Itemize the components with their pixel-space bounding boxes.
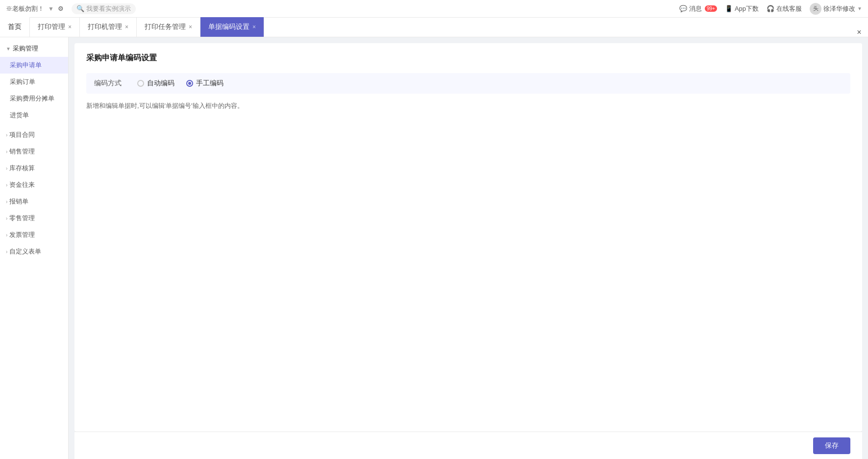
sidebar-item-project-contract[interactable]: › 项目合同 xyxy=(0,127,68,143)
auto-coding-radio-circle xyxy=(137,80,144,87)
sidebar-item-purchase-request[interactable]: 采购申请单 xyxy=(0,57,68,74)
message-badge: 99+ xyxy=(705,5,717,12)
tab-print-mgmt-label: 打印管理 xyxy=(38,23,65,31)
app-download-button[interactable]: 📱 App下数 xyxy=(725,4,759,13)
tab-print-mgmt-close[interactable]: × xyxy=(68,24,72,30)
sidebar-item-invoice-mgmt[interactable]: › 发票管理 xyxy=(0,227,68,243)
hint-text: 新增和编辑单据时,可以编辑'单据编号'输入框中的内容。 xyxy=(86,102,850,110)
chevron-right-icon: › xyxy=(6,216,7,221)
chevron-right-icon: › xyxy=(6,149,7,154)
app-download-icon: 📱 xyxy=(725,5,733,12)
auto-coding-radio[interactable]: 自动编码 xyxy=(137,79,174,88)
tab-single-barcode-settings[interactable]: 单据编码设置 × xyxy=(200,17,264,37)
save-button[interactable]: 保存 xyxy=(813,437,850,454)
tab-print-task-mgmt-label: 打印任务管理 xyxy=(145,23,186,31)
tab-single-barcode-settings-label: 单据编码设置 xyxy=(208,23,249,31)
tab-bar: 首页 打印管理 × 打印机管理 × 打印任务管理 × 单据编码设置 × × xyxy=(0,18,868,37)
online-service-label: 在线客服 xyxy=(776,4,802,13)
content-area: 采购申请单编码设置 编码方式 自动编码 手工编码 新增和编辑单据时,可以编辑'单… xyxy=(69,37,868,459)
chevron-right-icon: › xyxy=(6,166,7,171)
sidebar-item-purchase-order[interactable]: 采购订单 xyxy=(0,74,68,90)
manual-coding-label: 手工编码 xyxy=(196,79,223,88)
tab-home[interactable]: 首页 xyxy=(0,17,30,37)
sidebar-item-sales-return[interactable]: › 报销单 xyxy=(0,193,68,210)
sidebar-item-sales-mgmt[interactable]: › 销售管理 xyxy=(0,143,68,160)
sidebar-item-custom-forms[interactable]: › 自定义表单 xyxy=(0,243,68,260)
tab-printer-mgmt-label: 打印机管理 xyxy=(88,23,122,31)
sidebar-item-stock-in[interactable]: 进货单 xyxy=(0,107,68,124)
page-title: 采购申请单编码设置 xyxy=(86,53,850,63)
chevron-right-icon: › xyxy=(6,249,7,255)
chevron-right-icon: › xyxy=(6,232,7,238)
tab-print-task-mgmt-close[interactable]: × xyxy=(189,24,192,30)
manual-coding-radio-circle xyxy=(186,80,193,87)
chevron-down-icon: ▼ xyxy=(48,5,54,12)
chevron-right-icon: › xyxy=(6,199,7,204)
chevron-down-icon: ▼ xyxy=(6,46,11,51)
chevron-right-icon: › xyxy=(6,132,7,138)
chevron-down-icon: ▼ xyxy=(857,6,862,11)
user-profile-button[interactable]: 头 徐泽华修改 ▼ xyxy=(810,3,862,15)
sidebar-item-fund-transactions[interactable]: › 资金往来 xyxy=(0,177,68,193)
tab-printer-mgmt-close[interactable]: × xyxy=(125,24,128,30)
username-label: 徐泽华修改 xyxy=(823,4,855,13)
tab-printer-mgmt[interactable]: 打印机管理 × xyxy=(80,17,137,37)
top-bar: ※老板勿割！ ▼ ⚙ 🔍 我要看实例演示 💬 消息 99+ 📱 App下数 🎧 … xyxy=(0,0,868,18)
sidebar-item-purchase-expense[interactable]: 采购费用分摊单 xyxy=(0,90,68,107)
sidebar: ▼ 采购管理 采购申请单 采购订单 采购费用分摊单 进货单 › 项目合同 › 销… xyxy=(0,37,69,459)
tab-home-label: 首页 xyxy=(8,23,22,31)
manual-coding-radio[interactable]: 手工编码 xyxy=(186,79,223,88)
top-bar-right: 💬 消息 99+ 📱 App下数 🎧 在线客服 头 徐泽华修改 ▼ xyxy=(679,3,862,15)
gear-icon[interactable]: ⚙ xyxy=(58,5,64,12)
tab-print-task-mgmt[interactable]: 打印任务管理 × xyxy=(137,17,200,37)
message-label: 消息 xyxy=(689,4,702,13)
sidebar-group-purchase-mgmt: ▼ 采购管理 采购申请单 采购订单 采购费用分摊单 进货单 xyxy=(0,37,68,127)
auto-coding-label: 自动编码 xyxy=(147,79,174,88)
search-icon: 🔍 xyxy=(76,5,84,12)
top-bar-left: ※老板勿割！ ▼ ⚙ 🔍 我要看实例演示 xyxy=(6,3,136,14)
coding-method-row: 编码方式 自动编码 手工编码 xyxy=(86,73,850,94)
chevron-right-icon: › xyxy=(6,182,7,188)
top-bar-alert-text: ※老板勿割！ xyxy=(6,4,44,13)
search-bar[interactable]: 🔍 我要看实例演示 xyxy=(72,3,136,14)
app-download-label: App下数 xyxy=(735,4,759,13)
content-inner: 采购申请单编码设置 编码方式 自动编码 手工编码 新增和编辑单据时,可以编辑'单… xyxy=(74,43,862,432)
online-service-button[interactable]: 🎧 在线客服 xyxy=(767,4,802,13)
message-button[interactable]: 💬 消息 99+ xyxy=(679,4,717,13)
avatar: 头 xyxy=(810,3,821,15)
sidebar-group-header-purchase-mgmt[interactable]: ▼ 采购管理 xyxy=(0,40,68,57)
headset-icon: 🎧 xyxy=(767,5,774,12)
main-layout: ▼ 采购管理 采购申请单 采购订单 采购费用分摊单 进货单 › 项目合同 › 销… xyxy=(0,37,868,459)
tab-single-barcode-settings-close[interactable]: × xyxy=(252,24,256,30)
search-placeholder-text: 我要看实例演示 xyxy=(86,4,131,13)
sidebar-item-retail-mgmt[interactable]: › 零售管理 xyxy=(0,210,68,227)
message-icon: 💬 xyxy=(679,5,687,12)
tab-print-mgmt[interactable]: 打印管理 × xyxy=(30,17,80,37)
sidebar-group-label-purchase-mgmt: 采购管理 xyxy=(13,44,38,53)
tab-close-right-icon[interactable]: × xyxy=(857,28,861,37)
coding-method-label: 编码方式 xyxy=(94,79,122,88)
sidebar-item-inventory-settlement[interactable]: › 库存核算 xyxy=(0,160,68,177)
bottom-bar: 保存 xyxy=(74,432,862,459)
